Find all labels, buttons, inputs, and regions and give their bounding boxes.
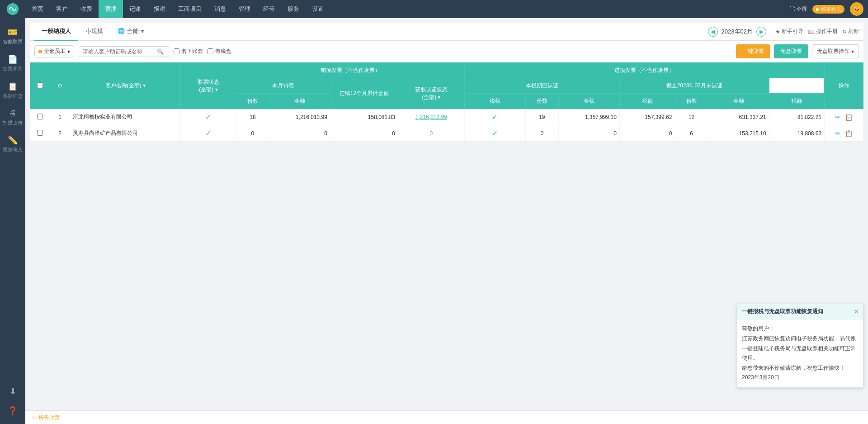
uncert-count-header: 份数 (675, 94, 708, 109)
row1-edit-icon[interactable]: ✏ (835, 114, 840, 121)
search-icon[interactable]: 🔍 (157, 48, 164, 55)
notif-line-1: 江苏政务网已恢复访问电子税务局功能，易代账一键登陆电子税务局与无盘取票相关功能可… (742, 334, 859, 363)
select-all-checkbox[interactable] (37, 82, 43, 88)
nav-manage[interactable]: 管理 (232, 0, 257, 18)
nav-service[interactable]: 服务 (281, 0, 306, 18)
no-disc-operation-button[interactable]: 无盘取票操作 ▾ (812, 44, 859, 58)
one-click-pickup-button[interactable]: 一键取票 (736, 44, 770, 58)
row2-checkbox (30, 125, 50, 142)
checkbox-tax-disc[interactable]: 有税盘 (208, 48, 231, 55)
table-row: 2 灵寿县尚泽矿产品有限公司 ✓ 0 0 0 0 ✓ 0 0 0 6 153,2… (30, 125, 863, 142)
nav-invoice[interactable]: 票据 (99, 0, 123, 18)
uncert-tax-header: 税额 (769, 94, 825, 109)
filter-bar: 全部员工 ▾ 🔍 名下账套 有税盘 一键取票 无盘取票 无盘取票操作 ▾ (30, 41, 863, 62)
row1-pickup-check-icon: ✓ (205, 113, 211, 121)
account-checkbox[interactable] (174, 48, 179, 54)
tab-general-taxpayer[interactable]: 一般纳税人 (34, 23, 78, 41)
row1-cert-status: ✓ (464, 109, 525, 125)
row2-cumulative-link[interactable]: 0 (430, 130, 433, 137)
cert-count-header: 份数 (525, 94, 559, 109)
tab-all[interactable]: 🌐 全能 ▾ (110, 23, 151, 41)
table-group-header-row: ⚙ 客户名称(全部) ▾ 取票状态(全部) ▾ 销项发票（不含作废票） 进项发票… (30, 63, 863, 78)
nav-business[interactable]: 工商项目 (172, 0, 208, 18)
invoice-entry-icon: ✏️ (8, 135, 18, 145)
tab-small-scale[interactable]: 小规模 (78, 23, 110, 41)
filter-actions: 一键取票 无盘取票 无盘取票操作 ▾ (736, 44, 859, 58)
row2-sale-tax: 0 (330, 125, 398, 142)
nav-home[interactable]: 首页 (25, 0, 50, 18)
row1-in-count: 19 (525, 109, 559, 125)
nav-settings[interactable]: 设置 (306, 0, 330, 18)
notif-line-2: 给您带来的不便敬请谅解，祝您工作愉快！ (742, 363, 859, 373)
row2-uncert-amount: 153,215.10 (708, 125, 769, 142)
no-disc-pickup-button[interactable]: 无盘取票 (774, 44, 808, 58)
sidebar-item-invoice-entry[interactable]: ✏️ 票据录入 (0, 131, 25, 158)
refresh-button[interactable]: ↻ 刷新 (842, 28, 859, 35)
prev-period-button[interactable]: ◀ (708, 27, 718, 37)
row1-sale-count: 18 (236, 109, 269, 125)
notification-title: 一键报税与无盘取票功能恢复通知 (742, 308, 823, 315)
row1-in-amount: 1,357,999.10 (559, 109, 620, 125)
new-guide-button[interactable]: ★ 新手引导 (775, 28, 803, 35)
bottom-bar: ⊙ 税务政策 (25, 410, 868, 424)
row1-cumulative-link[interactable]: 1,216,013.99 (415, 114, 447, 120)
tax-disc-checkbox[interactable] (208, 48, 213, 54)
tax-policy-link[interactable]: ⊙ 税务政策 (33, 414, 60, 421)
row2-company: 灵寿县尚泽矿产品有限公司 (70, 125, 181, 142)
sale-count-header: 份数 (236, 94, 269, 109)
next-period-button[interactable]: ▶ (756, 27, 766, 37)
row2-in-count: 0 (525, 125, 559, 142)
cert-tax-header: 税额 (619, 94, 675, 109)
search-input[interactable] (83, 48, 155, 55)
tab-bar: 一般纳税人 小规模 🌐 全能 ▾ ◀ 2023年02月 ▶ ★ 新手引导 📖 操… (30, 23, 863, 41)
fullscreen-button[interactable]: ⛶ 全屏 (789, 5, 807, 13)
table-row: 1 河北柯橹桉实业有限公司 ✓ 18 1,216,013.99 158,081.… (30, 109, 863, 125)
row2-uncert-count: 6 (675, 125, 708, 142)
row2-sale-amount: 0 (269, 125, 330, 142)
row2-file-icon[interactable]: 📋 (845, 130, 853, 137)
sidebar-download-icon[interactable]: ⬇ (9, 383, 16, 400)
row2-select[interactable] (37, 130, 43, 136)
sale-tax-header: 税额 (464, 94, 525, 109)
row1-file-icon[interactable]: 📋 (845, 114, 853, 121)
nav-customer[interactable]: 客户 (50, 0, 74, 18)
notification-header: 一键报税与无盘取票功能恢复通知 ✕ (737, 304, 863, 319)
row1-cumulative: 1,216,013.99 (398, 109, 464, 125)
manual-button[interactable]: 📖 操作手册 (808, 28, 838, 35)
pickup-status-header: 取票状态(全部) ▾ (181, 63, 236, 109)
row1-select[interactable] (37, 114, 43, 119)
nav-message[interactable]: 消息 (208, 0, 232, 18)
top-nav: 首页 客户 收费 票据 记账 报税 工商项目 消息 管理 经营 服务 设置 ⛶ … (0, 0, 868, 18)
uncertified-header: 截止2023年03月未认证 (619, 78, 769, 94)
gear-header: ⚙ (50, 63, 70, 109)
row2-cert-check-icon: ✓ (492, 129, 498, 137)
employee-chevron-icon: ▾ (67, 48, 70, 55)
row2-cert-status: ✓ (464, 125, 525, 142)
nav-fee[interactable]: 收费 (74, 0, 99, 18)
employee-select[interactable]: 全部员工 ▾ (34, 45, 74, 57)
nav-bookkeeping[interactable]: 记账 (123, 0, 147, 18)
table-body: 1 河北柯橹桉实业有限公司 ✓ 18 1,216,013.99 158,081.… (30, 109, 863, 142)
notif-line-3: 2023年3月20日 (742, 373, 859, 383)
row2-edit-icon[interactable]: ✏ (835, 130, 840, 137)
notification-close-button[interactable]: ✕ (854, 309, 859, 315)
table-container: ⚙ 客户名称(全部) ▾ 取票状态(全部) ▾ 销项发票（不含作废票） 进项发票… (30, 62, 863, 142)
avatar[interactable]: 🐱 (850, 2, 863, 16)
smart-pickup-icon: 🎫 (8, 27, 18, 37)
sidebar-item-scan-upload[interactable]: 🖨 扫描上传 (0, 104, 25, 131)
sidebar-bottom: ⬇ ❓ (8, 383, 18, 424)
row1-checkbox (30, 109, 50, 125)
sale-amount-header: 金额 (269, 94, 330, 109)
row1-index: 1 (50, 109, 70, 125)
no-disc-op-label: 无盘取票操作 (817, 48, 849, 55)
member-badge[interactable]: ▶ 畅享会员 (812, 5, 844, 14)
sidebar-item-smart-pickup[interactable]: 🎫 智能取票 (0, 23, 25, 50)
checkbox-account[interactable]: 名下账套 (174, 48, 203, 55)
sidebar-item-invoice-summary[interactable]: 📋 票据汇总 (0, 77, 25, 104)
nav-tax[interactable]: 报税 (147, 0, 172, 18)
row1-uncert-count: 12 (675, 109, 708, 125)
sidebar-item-invoice-issue[interactable]: 📄 发票开具 (0, 50, 25, 77)
sidebar-help-icon[interactable]: ❓ (8, 402, 18, 419)
checkbox-tax-disc-label: 有税盘 (215, 48, 231, 55)
nav-operation[interactable]: 经营 (257, 0, 281, 18)
